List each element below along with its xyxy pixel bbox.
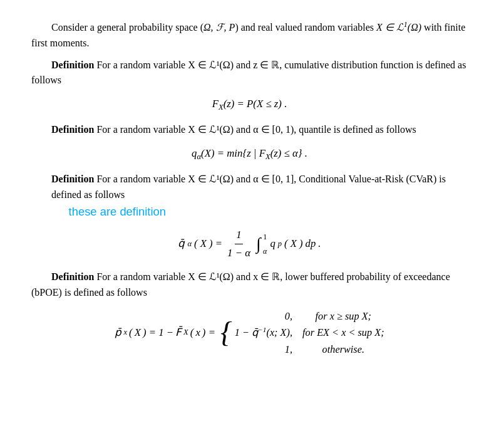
def4-text: Definition For a random variable X ∈ ℒ¹(… [31, 269, 468, 301]
definition-1: Definition For a random variable X ∈ ℒ¹(… [31, 58, 468, 114]
left-brace: { [220, 318, 232, 347]
def1-label: Definition [51, 60, 94, 70]
case-1-cond: for EX < x < sup X; [302, 325, 384, 341]
case-1-val: 1 − q̄−1(x; X), [235, 325, 292, 341]
main-content: Consider a general probability space (Ω,… [31, 19, 468, 357]
case-2-val: 1, [235, 341, 292, 357]
def4-formula: p̄x(X) = 1 − F̄X(x) = { 0, for x ≥ sup X… [31, 308, 468, 357]
def4-label: Definition [51, 271, 94, 282]
case-2-cond: otherwise. [302, 341, 384, 357]
definition-4: Definition For a random variable X ∈ ℒ¹(… [31, 269, 468, 357]
def2-formula: qα(X) = min{z | FX(z) ≤ α} . [31, 145, 468, 164]
definition-2: Definition For a random variable X ∈ ℒ¹(… [31, 122, 468, 163]
def2-label: Definition [51, 124, 94, 135]
def1-text: Definition For a random variable X ∈ ℒ¹(… [31, 58, 468, 89]
case-0-cond: for x ≥ sup X; [302, 308, 384, 324]
def3-formula: q̄α(X) = 1 1 − α ∫ 1 α qp(X)dp . [31, 227, 468, 261]
def1-formula: FX(z) = P(X ≤ z) . [31, 96, 468, 114]
cases-table: 0, for x ≥ sup X; 1 − q̄−1(x; X), for EX… [235, 308, 384, 357]
definition-3: Definition For a random variable X ∈ ℒ¹(… [31, 172, 468, 261]
def3-text: Definition For a random variable X ∈ ℒ¹(… [31, 172, 468, 221]
def3-label: Definition [51, 174, 94, 184]
case-0-val: 0, [235, 308, 292, 324]
intro-paragraph: Consider a general probability space (Ω,… [31, 19, 468, 51]
def2-text: Definition For a random variable X ∈ ℒ¹(… [31, 122, 468, 138]
cases-brace-container: { 0, for x ≥ sup X; 1 − q̄−1(x; X), for … [220, 308, 384, 357]
annotation-text: these are definition [69, 203, 166, 221]
